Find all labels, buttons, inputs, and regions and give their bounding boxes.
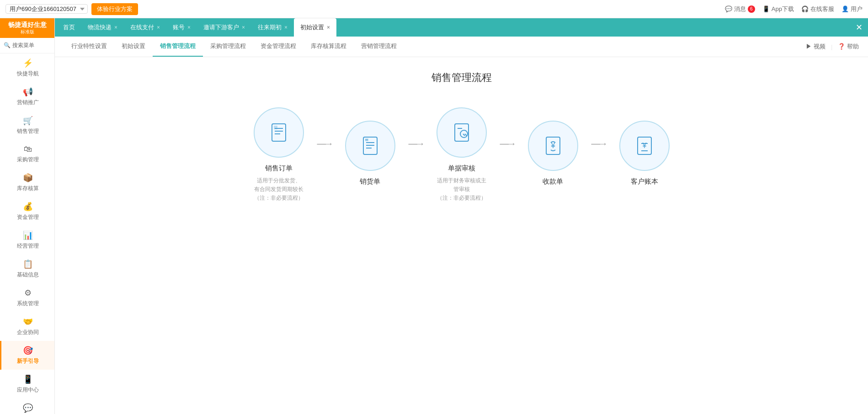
help-action[interactable]: ❓ 帮助 [838,42,859,51]
flow-circle-sales-order[interactable] [254,107,304,158]
sub-tab-finance-flow[interactable]: 资金管理流程 [253,37,304,57]
flow-circle-approval[interactable] [437,107,487,158]
flow-arrow-1: —→ [317,138,332,149]
basic-info-icon: 📋 [23,259,33,269]
finance-mgmt-icon: 💰 [23,202,33,212]
message-btn[interactable]: 💬 消息 6 [725,5,755,13]
sub-tabs: 行业特性设置 初始设置 销售管理流程 采购管理流程 资金管理流程 库存核算流程 [55,37,868,57]
online-service-btn[interactable]: 🎧 在线客服 [801,5,834,13]
trial-btn[interactable]: 体验行业方案 [91,3,138,15]
sidebar: 畅捷通好生意 标准版 🔍 搜索菜单 ⚡ 快捷导航 📢 营销推广 🛒 销售管理 🛍… [0,18,55,414]
svg-rect-10 [455,124,469,141]
tab-period-init[interactable]: 往来期初 × [251,18,294,37]
operations-mgmt-icon: 📊 [23,230,33,240]
flow-item-sales-order: 销售订单 适用于分批发货、有合同发货周期较长（注：非必要流程） [242,107,315,203]
flow-item-sales-delivery: 销货单 [334,121,407,190]
page-content: 行业特性设置 初始设置 销售管理流程 采购管理流程 资金管理流程 库存核算流程 [55,37,868,414]
sub-tab-initial-settings[interactable]: 初始设置 [114,37,153,57]
flow-label-customer-ledger: 客户账本 [631,177,658,186]
sidebar-item-newbie-guide[interactable]: 🎯 新手引导 [0,341,54,370]
sidebar-item-system-mgmt[interactable]: ⚙ 系统管理 [0,283,54,312]
message-badge: 6 [748,5,755,13]
tab-close-invite[interactable]: × [242,24,245,31]
flow-label-approval: 单据审核 [448,164,475,173]
sidebar-item-inventory[interactable]: 📦 库存核算 [0,168,54,197]
tab-close-period-init[interactable]: × [284,24,288,31]
sidebar-item-finance-mgmt[interactable]: 💰 资金管理 [0,197,54,226]
layout: 畅捷通好生意 标准版 🔍 搜索菜单 ⚡ 快捷导航 📢 营销推广 🛒 销售管理 🛍… [0,18,868,414]
sub-tab-industry-settings[interactable]: 行业特性设置 [64,37,114,57]
purchase-mgmt-icon: 🛍 [24,144,32,154]
app-center-icon: 📱 [23,374,33,384]
tab-logistics[interactable]: 物流快递 × [81,18,124,37]
sub-tab-purchase-flow[interactable]: 采购管理流程 [203,37,253,57]
sub-tab-sales-flow[interactable]: 销售管理流程 [153,37,203,57]
sidebar-item-marketing-promo[interactable]: 📢 营销推广 [0,82,54,111]
sub-tab-actions: ▶ 视频 | ❓ 帮助 [806,42,859,51]
tab-close-account[interactable]: × [187,24,191,31]
app-icon: 📱 [762,5,770,12]
flow-item-receipt: ¥ 收款单 [517,121,590,190]
top-bar: 用户690企业1660120507 体验行业方案 💬 消息 6 📱 App下载 … [0,0,868,18]
video-action[interactable]: ▶ 视频 [806,42,825,51]
flow-label-sales-order: 销售订单 [265,164,293,173]
tab-close-payment[interactable]: × [157,24,160,31]
tab-account[interactable]: 账号 × [166,18,197,37]
marketing-promo-icon: 📢 [23,87,33,97]
flow-desc-approval: 适用于财务审核或主管审核（注：非必要流程） [437,176,486,203]
sidebar-item-app-center[interactable]: 📱 应用中心 [0,370,54,398]
service-icon: 🎧 [801,5,809,12]
help-icon: ❓ [838,43,845,50]
svg-rect-4 [274,126,277,129]
sidebar-logo: 畅捷通好生意 标准版 [0,18,54,38]
flow-circle-sales-delivery[interactable] [345,121,395,171]
sidebar-item-enterprise-wechat[interactable]: 💬 企业微信 [0,398,54,414]
enterprise-wechat-icon: 💬 [23,403,33,413]
top-bar-left: 用户690企业1660120507 体验行业方案 [5,3,138,15]
message-icon: 💬 [725,5,732,12]
flow-label-receipt: 收款单 [543,177,563,186]
flow-desc-sales-order: 适用于分批发货、有合同发货周期较长（注：非必要流程） [254,176,304,203]
sales-mgmt-icon: 🛒 [23,116,33,126]
svg-point-11 [460,130,468,138]
sidebar-item-sales-mgmt[interactable]: 🛒 销售管理 [0,111,54,140]
system-mgmt-icon: ⚙ [24,288,32,298]
sidebar-item-basic-info[interactable]: 📋 基础信息 [0,255,54,283]
tab-close-init-settings[interactable]: × [327,24,330,31]
search-icon: 🔍 [4,42,11,48]
user-avatar-btn[interactable]: 👤 用户 [841,5,863,13]
flow-item-approval: 单据审核 适用于财务审核或主管审核（注：非必要流程） [425,107,498,203]
tab-home[interactable]: 首页 [57,18,81,37]
sidebar-search[interactable]: 🔍 搜索菜单 [0,38,54,53]
sidebar-item-enterprise-collab[interactable]: 🤝 企业协同 [0,312,54,341]
flow-title: 销售管理流程 [431,71,492,85]
sidebar-item-purchase-mgmt[interactable]: 🛍 采购管理 [0,140,54,168]
tab-close-logistics[interactable]: × [114,24,117,31]
sidebar-item-quick-nav[interactable]: ⚡ 快捷导航 [0,53,54,82]
tab-invite-downstream[interactable]: 邀请下游客户 × [197,18,251,37]
flow-circle-customer-ledger[interactable]: ¥ [619,121,670,171]
flow-circle-receipt[interactable]: ¥ [528,121,578,171]
close-all-tabs[interactable]: ✕ [852,22,866,32]
tab-payment[interactable]: 在线支付 × [124,18,166,37]
top-bar-right: 💬 消息 6 📱 App下载 🎧 在线客服 👤 用户 [725,5,863,13]
tab-init-settings[interactable]: 初始设置 × [294,18,336,37]
inventory-icon: 📦 [23,173,33,183]
flow-section: 销售管理流程 销售订单 [55,57,868,217]
avatar: 👤 [841,5,849,12]
flow-item-customer-ledger: ¥ 客户账本 [608,121,681,190]
sidebar-item-operations-mgmt[interactable]: 📊 经营管理 [0,226,54,255]
svg-text:¥: ¥ [642,142,646,149]
nav-tabs: 首页 物流快递 × 在线支付 × 账号 × 邀请下游客户 × 往来期初 × [55,18,868,37]
flow-label-sales-delivery: 销货单 [360,177,380,186]
user-selector[interactable]: 用户690企业1660120507 [5,4,88,14]
app-download-btn[interactable]: 📱 App下载 [762,5,794,13]
flow-diagram: 销售订单 适用于分批发货、有合同发货周期较长（注：非必要流程） —→ [242,107,681,203]
sub-tab-inventory-flow[interactable]: 库存核算流程 [304,37,354,57]
video-icon: ▶ [806,43,812,50]
flow-arrow-4: —→ [591,138,606,149]
sub-tab-marketing-flow[interactable]: 营销管理流程 [354,37,404,57]
flow-arrow-3: —→ [500,138,515,149]
quick-nav-icon: ⚡ [23,58,33,68]
flow-arrow-2: —→ [409,138,423,149]
